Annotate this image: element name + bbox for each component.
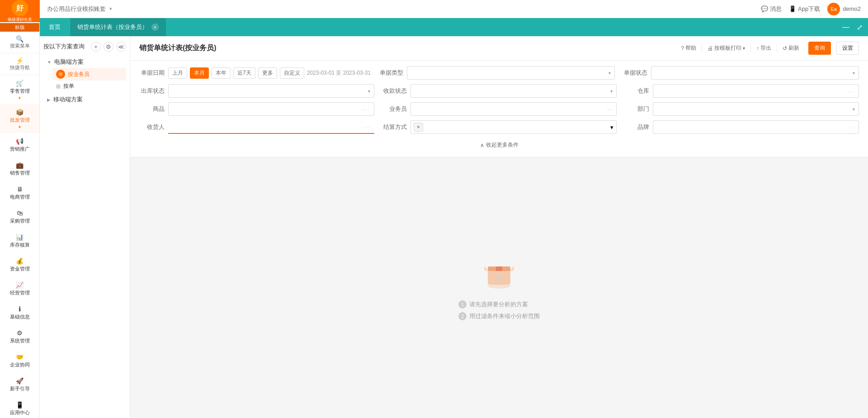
payment-chevron: ▾ (610, 124, 613, 131)
tree-group-mobile[interactable]: ▶ 移动端方案 (43, 94, 126, 105)
sidebar-item-inventory[interactable]: 📊 库存核算 (0, 229, 39, 253)
top-header-actions: 💬 消息 📱 App下载 Ea demo2 (761, 3, 861, 15)
corp-icon: 🤝 (16, 353, 24, 361)
tab-home[interactable]: 首页 (40, 18, 70, 36)
consignee-dots: ··· (363, 124, 371, 130)
print-btn[interactable]: 🖨 按模板打印 ▾ (708, 44, 745, 52)
sidebar-item-search[interactable]: 🔍 搜索菜单 (0, 32, 39, 53)
top-header: 办公用品行业模拟账套 ▾ 💬 消息 📱 App下载 Ea demo2 (40, 0, 868, 18)
tree-item-by-salesperson[interactable]: 按 按业务员 (52, 68, 126, 81)
tree-item-by-order[interactable]: ⊞ 按单 (52, 81, 126, 92)
retail-icon: 🛒 (16, 80, 24, 87)
step-2-text: 用过滤条件来缩小分析范围 (469, 312, 540, 320)
help-btn[interactable]: ? 帮助 (681, 44, 696, 52)
left-panel-action-btns: + ⚙ ≪ (91, 42, 126, 52)
date-btn-more[interactable]: 更多 (258, 67, 277, 79)
date-btn-custom[interactable]: 自定义 (280, 67, 304, 79)
breadcrumb-area: 办公用品行业模拟账套 ▾ (47, 5, 112, 13)
tab-bar-actions: — ⤢ (840, 21, 868, 33)
brand-dots: ··· (847, 124, 855, 131)
receipt-status-label: 收款状态 (382, 87, 407, 95)
department-field: 部门 ▾ (624, 102, 859, 116)
doc-type-select[interactable]: ▾ (407, 66, 615, 80)
purchase-icon: 🛍 (17, 209, 23, 217)
tab-minimize-btn[interactable]: — (840, 21, 851, 33)
system-icon: ⚙ (17, 329, 23, 337)
warehouse-input[interactable]: ··· (653, 84, 859, 98)
tab-label: 销货单统计表（按业务员） (77, 23, 148, 31)
brand-field: 品牌 ··· (624, 120, 859, 134)
tree-group-desktop[interactable]: ▼ 电脑端方案 (43, 56, 126, 68)
filter-row-4: 收货人 ··· 结算方式 × ▾ (139, 120, 859, 134)
settings-schema-btn[interactable]: ⚙ (104, 42, 113, 52)
out-status-label: 出库状态 (139, 87, 165, 95)
print-icon: 🖨 (708, 45, 713, 52)
divider-1 (702, 45, 702, 52)
consignee-label: 收货人 (139, 123, 165, 131)
payment-method-select[interactable]: × ▾ (410, 120, 617, 134)
wholesale-icon: 📦 (16, 109, 24, 116)
schema-icon: 按 (56, 70, 65, 79)
tab-maximize-btn[interactable]: ⤢ (855, 21, 864, 33)
app-download-btn[interactable]: 📱 App下载 (789, 5, 820, 13)
right-panel: 销货单统计表(按业务员) ? 帮助 🖨 按模板打印 ▾ ↑ (130, 36, 868, 418)
collapse-panel-btn[interactable]: ≪ (116, 42, 126, 52)
doc-status-select[interactable]: ▾ (651, 66, 859, 80)
sidebar-item-newbie[interactable]: 🚀 新手引导 (0, 373, 39, 397)
query-btn[interactable]: 查询 (808, 42, 831, 55)
export-btn[interactable]: ↑ 导出 (756, 44, 771, 52)
sidebar-item-appcenter[interactable]: 📱 应用中心 (0, 397, 39, 418)
consignee-input[interactable]: ··· (168, 120, 374, 134)
message-icon: 💬 (761, 5, 768, 12)
warehouse-dots: ··· (847, 88, 855, 95)
sidebar-item-purchase[interactable]: 🛍 采购管理 (0, 205, 39, 229)
receipt-status-select[interactable]: ▾ (410, 84, 617, 98)
sidebar-item-basics[interactable]: ℹ 基础信息 (0, 301, 39, 325)
sidebar-item-ecommerce[interactable]: 🖥 电商管理 (0, 181, 39, 205)
sidebar-item-finance[interactable]: 💰 资金管理 (0, 253, 39, 277)
collapse-filters-btn[interactable]: ∧ 收起更多条件 (139, 138, 859, 152)
date-btn-this-year[interactable]: 本年 (212, 67, 231, 79)
tab-bar: 首页 销货单统计表（按业务员） × — ⤢ (40, 18, 868, 36)
operations-icon: 📈 (16, 281, 24, 289)
sidebar-item-marketing[interactable]: 📢 营销推广 (0, 133, 39, 157)
date-btn-this-month[interactable]: 本月 (190, 67, 209, 79)
sidebar-item-system[interactable]: ⚙ 系统管理 (0, 325, 39, 349)
brand-label: 品牌 (624, 123, 649, 131)
sidebar-item-retail[interactable]: 🛒 零售管理 (0, 75, 39, 104)
warehouse-label: 仓库 (624, 87, 649, 95)
tree-item-label-order: 按单 (63, 82, 74, 90)
salesperson-label: 业务员 (382, 105, 407, 113)
out-status-select[interactable]: ▾ (168, 84, 374, 98)
main-area: 办公用品行业模拟账套 ▾ 💬 消息 📱 App下载 Ea demo2 首页 销货… (40, 0, 868, 418)
date-range-display: 2023-03-01 至 2023-03-31 (307, 69, 371, 77)
consignee-field: 收货人 ··· (139, 120, 374, 134)
payment-tag-close[interactable]: × (417, 124, 420, 130)
sidebar-item-sales[interactable]: 💼 销售管理 (0, 157, 39, 181)
brand-input[interactable]: ··· (653, 120, 859, 134)
sidebar-item-quicknav[interactable]: ⚡ 快捷导航 (0, 53, 39, 75)
finance-icon: 💰 (16, 257, 24, 265)
settings-btn[interactable]: 设置 (836, 42, 859, 55)
sidebar-item-corp[interactable]: 🤝 企业协同 (0, 349, 39, 373)
payment-method-field: 结算方式 × ▾ (382, 120, 617, 134)
doc-status-chevron: ▾ (853, 71, 855, 76)
appcenter-icon: 📱 (16, 401, 24, 408)
tab-close-btn[interactable]: × (151, 24, 159, 31)
tree-group-label: 电脑端方案 (54, 58, 84, 66)
salesperson-input[interactable]: ··· (410, 102, 617, 116)
user-profile[interactable]: Ea demo2 (827, 3, 861, 15)
refresh-btn[interactable]: ↺ 刷新 (783, 44, 799, 52)
message-btn[interactable]: 💬 消息 (761, 5, 782, 13)
department-select[interactable]: ▾ (653, 102, 859, 116)
date-btn-last-month[interactable]: 上月 (168, 67, 187, 79)
add-schema-btn[interactable]: + (91, 42, 101, 52)
product-input[interactable]: ··· (168, 102, 374, 116)
sidebar-search-label: 搜索菜单 (0, 43, 39, 49)
inventory-icon: 📊 (16, 233, 24, 241)
sidebar-item-wholesale[interactable]: 📦 批发管理 ▲ (0, 104, 39, 133)
tab-sales-stat[interactable]: 销货单统计表（按业务员） × (70, 18, 166, 36)
sidebar-item-operations[interactable]: 📈 经营管理 (0, 277, 39, 301)
date-btn-7days[interactable]: 近7天 (233, 67, 255, 79)
search-icon: 🔍 (0, 35, 39, 43)
